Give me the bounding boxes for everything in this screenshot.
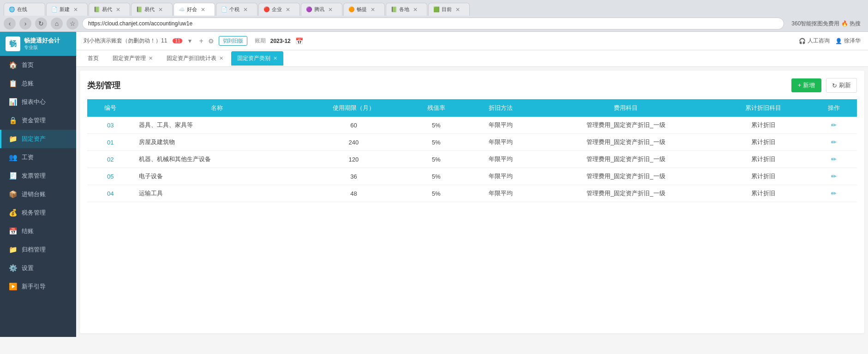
sidebar-label-assets: 固定资产: [22, 135, 46, 143]
cell-code-3[interactable]: 05: [87, 168, 133, 185]
cell-code-2[interactable]: 02: [87, 151, 133, 168]
sidebar-item-settings[interactable]: ⚙️ 设置: [0, 259, 76, 277]
consult-btn[interactable]: 🎧 人工咨询: [799, 37, 830, 45]
page-tab-assets-mgmt[interactable]: 固定资产管理 ✕: [107, 51, 159, 66]
browser-tab-4[interactable]: ☁️ 好会 ✕: [174, 3, 215, 16]
home-button[interactable]: ⌂: [51, 18, 63, 30]
tab-icon-6: 🔴: [263, 6, 270, 12]
sidebar-item-purchase-sale[interactable]: 📦 进销台账: [0, 185, 76, 204]
sidebar-item-salary[interactable]: 👥 工资: [0, 148, 76, 167]
sidebar-label-tax: 税务管理: [22, 209, 46, 217]
dropdown-arrow[interactable]: ▼: [187, 38, 192, 44]
sidebar-item-invoice[interactable]: 🧾 发票管理: [0, 167, 76, 185]
tab-close-4[interactable]: ✕: [201, 6, 205, 13]
browser-tab-10[interactable]: 🟩 目前 ✕: [428, 3, 470, 16]
browser-tab-7[interactable]: 🟣 腾讯 ✕: [301, 3, 342, 16]
cell-code-1[interactable]: 01: [87, 134, 133, 151]
reload-button[interactable]: ↻: [35, 18, 47, 30]
back-button[interactable]: ‹: [4, 18, 16, 30]
sidebar-item-tax[interactable]: 💰 税务管理: [0, 204, 76, 222]
browser-tab-1[interactable]: 📄 新建 ✕: [46, 3, 88, 16]
edit-icon-2[interactable]: ✏: [831, 156, 837, 163]
cell-edit-1[interactable]: ✏: [811, 134, 857, 151]
cell-edit-2[interactable]: ✏: [811, 151, 857, 168]
browser-tab-0[interactable]: 🌐 在线: [4, 3, 45, 16]
guide-icon: ▶️: [9, 282, 17, 291]
search-bar-text[interactable]: 360智能抠图免费用 🔥 热搜: [788, 20, 864, 28]
tab-close-10[interactable]: ✕: [455, 6, 460, 13]
closing-icon: 📅: [9, 227, 17, 235]
page-tab-depreciation[interactable]: 固定资产折旧统计表 ✕: [161, 51, 229, 66]
sidebar-item-guide[interactable]: ▶️ 新手引导: [0, 277, 76, 296]
table-header-row: 编号 名称 使用期限（月） 残值率 折旧方法 费用科目 累计折旧科目 操作: [87, 99, 857, 117]
table-row: 05 电子设备 36 5% 年限平均 管理费用_固定资产折旧_一级 累计折旧 ✏: [87, 168, 857, 185]
page-tab-category[interactable]: 固定资产类别 ✕: [231, 51, 283, 66]
purchase-icon: 📦: [9, 190, 17, 198]
address-input[interactable]: https://cloud.chanjet.com/accounting/uw1…: [82, 18, 784, 30]
cell-accum-4: 累计折旧: [716, 185, 811, 202]
cell-edit-4[interactable]: ✏: [811, 185, 857, 202]
forward-button[interactable]: ›: [19, 18, 31, 30]
cell-method-2: 年限平均: [465, 151, 536, 168]
sidebar-item-ledger[interactable]: 📋 总账: [0, 74, 76, 93]
cell-method-4: 年限平均: [465, 185, 536, 202]
cell-subject-0: 管理费用_固定资产折旧_一级: [536, 117, 716, 134]
browser-tab-2[interactable]: 📗 易代 ✕: [89, 3, 130, 16]
tab-icon-9: 📗: [391, 6, 397, 12]
switch-version-btn[interactable]: 切到旧版: [219, 36, 247, 46]
sidebar-item-closing[interactable]: 📅 结账: [0, 222, 76, 240]
cell-rate-1: 5%: [407, 134, 466, 151]
headset-icon: 🎧: [799, 38, 806, 44]
tab-close-6[interactable]: ✕: [286, 6, 290, 13]
header-username[interactable]: 👤 徐泽华: [835, 37, 861, 45]
cell-name-0: 器具、工具、家具等: [133, 117, 300, 134]
sidebar-item-reports[interactable]: 📊 报表中心: [0, 93, 76, 111]
cell-edit-0[interactable]: ✏: [811, 117, 857, 134]
calendar-icon[interactable]: 📅: [295, 37, 303, 45]
col-name: 名称: [133, 99, 300, 117]
edit-icon-4[interactable]: ✏: [831, 190, 837, 197]
sidebar-nav: 🏠 首页 📋 总账 📊 报表中心 🔒 资金管理 📁 固定资产 👥 工资: [0, 56, 76, 337]
sidebar-item-home[interactable]: 🏠 首页: [0, 56, 76, 74]
browser-tab-9[interactable]: 📗 各地 ✕: [386, 3, 427, 16]
page-tab-depreciation-label: 固定资产折旧统计表: [167, 54, 216, 62]
browser-tab-5[interactable]: 📄 个税 ✕: [216, 3, 257, 16]
edit-icon-1[interactable]: ✏: [831, 138, 837, 146]
col-method: 折旧方法: [465, 99, 536, 117]
page-tab-assets-mgmt-close[interactable]: ✕: [149, 55, 153, 61]
cell-code-4[interactable]: 04: [87, 185, 133, 202]
col-subject: 费用科目: [536, 99, 716, 117]
add-tab-btn[interactable]: +: [199, 37, 203, 45]
cell-code-0[interactable]: 03: [87, 117, 133, 134]
tab-close-8[interactable]: ✕: [371, 6, 375, 13]
sidebar-label-purchase: 进销台账: [22, 190, 46, 198]
cell-edit-3[interactable]: ✏: [811, 168, 857, 185]
tab-close-5[interactable]: ✕: [243, 6, 248, 13]
tab-close-3[interactable]: ✕: [158, 6, 163, 13]
edit-icon-3[interactable]: ✏: [831, 173, 837, 180]
settings-gear-icon[interactable]: ⚙: [208, 37, 214, 45]
refresh-btn[interactable]: ↻ 刷新: [826, 78, 857, 93]
browser-tab-8[interactable]: 🟠 畅提 ✕: [343, 3, 385, 16]
cell-accum-3: 累计折旧: [716, 168, 811, 185]
bookmark-button[interactable]: ☆: [66, 18, 78, 30]
browser-tab-3[interactable]: 📗 易代 ✕: [131, 3, 173, 16]
sidebar-item-funds[interactable]: 🔒 资金管理: [0, 111, 76, 130]
tab-close-7[interactable]: ✕: [328, 6, 333, 13]
sidebar-item-archive[interactable]: 📁 归档管理: [0, 240, 76, 259]
edit-icon-0[interactable]: ✏: [831, 121, 837, 129]
page-tab-home[interactable]: 首页: [82, 51, 105, 66]
tab-close-1[interactable]: ✕: [73, 6, 78, 13]
tab-close-2[interactable]: ✕: [116, 6, 120, 13]
page-tab-home-label: 首页: [88, 54, 99, 62]
page-tab-depreciation-close[interactable]: ✕: [219, 55, 223, 61]
tab-label-1: 新建: [60, 6, 70, 13]
sidebar-item-fixed-assets[interactable]: 📁 固定资产: [0, 130, 76, 148]
page-tab-category-close[interactable]: ✕: [273, 55, 277, 61]
browser-tab-6[interactable]: 🔴 企业 ✕: [258, 3, 300, 16]
tab-label-7: 腾讯: [314, 6, 324, 13]
tab-close-9[interactable]: ✕: [413, 6, 418, 13]
tab-label-6: 企业: [272, 6, 282, 13]
add-btn[interactable]: + 新增: [791, 78, 821, 92]
col-actions: 操作: [811, 99, 857, 117]
